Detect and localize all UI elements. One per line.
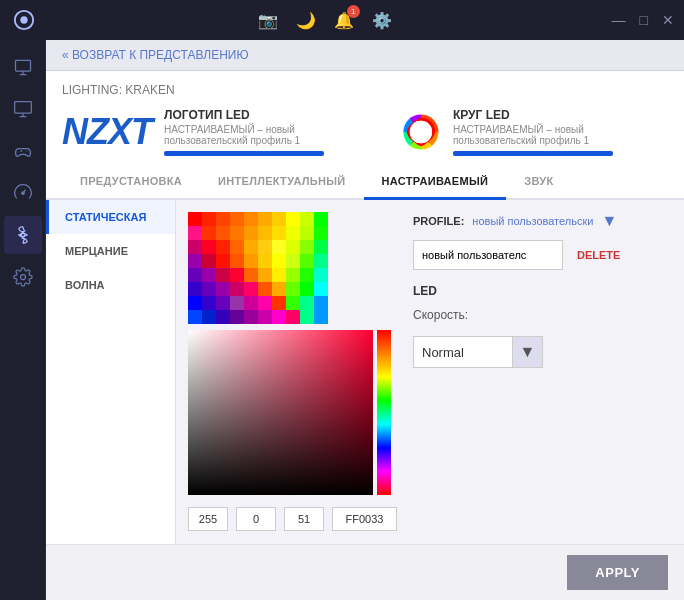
swatch[interactable] [202,212,216,226]
swatch[interactable] [286,254,300,268]
swatch[interactable] [300,282,314,296]
swatch[interactable] [202,310,216,324]
swatch[interactable] [230,212,244,226]
swatch[interactable] [216,226,230,240]
swatch[interactable] [230,282,244,296]
swatch[interactable] [244,268,258,282]
swatch[interactable] [314,240,328,254]
swatch[interactable] [258,310,272,324]
swatch[interactable] [188,212,202,226]
swatch[interactable] [244,282,258,296]
swatch[interactable] [188,310,202,324]
swatch[interactable] [300,254,314,268]
delete-button[interactable]: DELETE [569,243,628,267]
swatch[interactable] [258,268,272,282]
swatch[interactable] [272,310,286,324]
camera-icon[interactable]: 📷 [258,11,278,30]
swatch[interactable] [314,296,328,310]
swatch[interactable] [244,254,258,268]
swatch[interactable] [258,296,272,310]
swatch[interactable] [286,282,300,296]
swatch[interactable] [230,268,244,282]
swatch[interactable] [300,268,314,282]
sidebar-item-monitor[interactable] [4,90,42,128]
sidebar-item-settings[interactable] [4,258,42,296]
swatch[interactable] [314,212,328,226]
tab-custom[interactable]: НАСТРАИВАЕМЫЙ [364,165,507,200]
maximize-button[interactable]: □ [640,12,648,28]
swatch[interactable] [300,226,314,240]
swatch[interactable] [300,310,314,324]
speed-select[interactable]: Slowest Slower Slow Normal Fast Faster F… [413,336,513,368]
sidebar-item-gamepad[interactable] [4,132,42,170]
swatch[interactable] [314,282,328,296]
swatch[interactable] [244,240,258,254]
swatch[interactable] [216,296,230,310]
swatch[interactable] [216,310,230,324]
swatch[interactable] [216,282,230,296]
red-input[interactable] [188,507,228,531]
close-button[interactable]: ✕ [662,12,674,28]
hue-slider[interactable] [377,330,391,495]
swatch[interactable] [202,226,216,240]
swatch[interactable] [202,254,216,268]
moon-icon[interactable]: 🌙 [296,11,316,30]
swatch[interactable] [286,296,300,310]
sidebar-item-display[interactable] [4,48,42,86]
swatch[interactable] [272,268,286,282]
swatch[interactable] [286,226,300,240]
swatch[interactable] [188,268,202,282]
swatch[interactable] [230,240,244,254]
swatch[interactable] [202,296,216,310]
profile-value[interactable]: новый пользовательски [472,215,593,227]
green-input[interactable] [236,507,276,531]
swatch[interactable] [202,240,216,254]
swatch[interactable] [216,268,230,282]
swatch[interactable] [244,310,258,324]
swatch[interactable] [258,240,272,254]
swatch[interactable] [244,296,258,310]
hex-input[interactable] [332,507,397,531]
swatch[interactable] [244,226,258,240]
swatch[interactable] [272,282,286,296]
swatch[interactable] [300,296,314,310]
swatch[interactable] [272,254,286,268]
swatch[interactable] [188,296,202,310]
speed-arrow-icon[interactable]: ▼ [513,336,543,368]
swatch[interactable] [286,310,300,324]
swatch[interactable] [258,254,272,268]
swatch[interactable] [216,212,230,226]
swatch[interactable] [244,212,258,226]
swatch[interactable] [216,240,230,254]
swatch[interactable] [286,268,300,282]
swatch[interactable] [188,226,202,240]
swatch[interactable] [230,310,244,324]
swatch[interactable] [258,282,272,296]
gradient-picker[interactable] [188,330,373,495]
swatch[interactable] [188,254,202,268]
swatch[interactable] [258,226,272,240]
swatch[interactable] [300,240,314,254]
swatch[interactable] [188,240,202,254]
swatch[interactable] [314,268,328,282]
minimize-button[interactable]: — [612,12,626,28]
tab-intelligent[interactable]: ИНТЕЛЛЕКТУАЛЬНЫЙ [200,165,364,200]
swatch[interactable] [272,296,286,310]
back-link[interactable]: « ВОЗВРАТ К ПРЕДСТАВЛЕНИЮ [46,40,684,71]
panel-item-static[interactable]: СТАТИЧЕСКАЯ [46,200,175,234]
sidebar-item-gauge[interactable] [4,174,42,212]
sidebar-item-fan[interactable] [4,216,42,254]
swatch[interactable] [230,296,244,310]
swatch[interactable] [202,268,216,282]
bell-icon[interactable]: 🔔 1 [334,11,354,30]
apply-button[interactable]: APPLY [567,555,668,590]
profile-name-input[interactable] [413,240,563,270]
swatch[interactable] [272,226,286,240]
profile-dropdown-icon[interactable]: ▼ [601,212,617,230]
swatch[interactable] [202,282,216,296]
panel-item-wave[interactable]: ВОЛНА [46,268,175,302]
swatch[interactable] [314,254,328,268]
tab-preset[interactable]: ПРЕДУСТАНОВКА [62,165,200,200]
swatch[interactable] [272,240,286,254]
panel-item-blink[interactable]: МЕРЦАНИЕ [46,234,175,268]
